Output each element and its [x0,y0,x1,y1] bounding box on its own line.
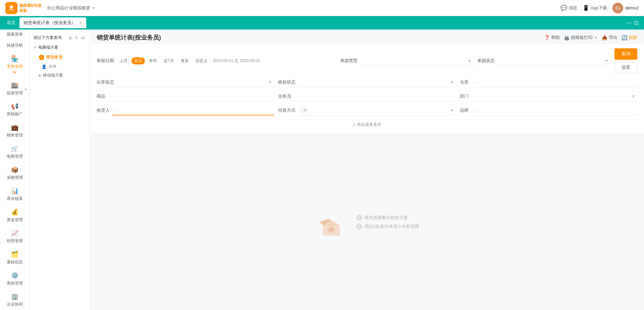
sidebar-item-sales[interactable]: 💼 销售管理 [0,120,29,142]
query-button[interactable]: 查询 [614,48,637,60]
date-tab-this-year[interactable]: 本年 [146,57,160,64]
wholesale-icon: 🏬 [11,82,18,89]
help-button[interactable]: ❓ 帮助 [544,35,560,41]
print-icon: 🖨️ [564,35,570,40]
window-minimize-button[interactable]: — [626,20,632,26]
sidebar-item-wholesale[interactable]: 🏬 批发管理 [0,78,29,99]
brand-input[interactable]: ··· [471,105,637,115]
quick-nav-button[interactable]: 快捷导航 [0,41,29,50]
sidebar-item-finance[interactable]: 💰 资金管理 [0,205,29,226]
sidebar-item-marketing[interactable]: 📢 营销推广 [0,99,29,120]
chevron-down-icon: ▼ [605,59,608,63]
system-icon: ⚙️ [11,272,18,279]
sidebar-item-basic[interactable]: 🗂️ 基础信息 [0,247,29,268]
workspace-selector[interactable]: 办公用品行业模拟账套 ▼ [44,4,98,12]
collapse-scheme-button[interactable]: ≪ [80,35,86,41]
sidebar-item-enterprise[interactable]: 🏢 企业协同 [0,290,29,310]
desktop-section[interactable]: ▼ 电脑端方案 [30,43,90,52]
inventory-icon: 📊 [11,187,18,195]
date-range-text: 2023-03-01 至 2023-03-31 [213,58,260,64]
product-input[interactable]: ··· [108,91,274,101]
sidebar-item-purchase[interactable]: 📦 采购管理 [0,163,29,184]
sidebar-item-retail[interactable]: 🏪 零售管理 [0,52,29,78]
filter-header: 按以下方案查询 ⊕ ✎ ≪ [30,33,90,43]
mobile-section[interactable]: ▶ 移动端方案 [30,71,90,80]
date-tab-7days[interactable]: 近7天 [161,57,177,64]
avatar: Ea [612,3,623,13]
mobile-icon: 📱 [583,5,589,11]
filter-item-by-bill[interactable]: 👤 按单 [30,62,90,71]
export-button[interactable]: 📤 导出 [602,35,618,41]
print-button[interactable]: 🖨️ 按模板打印 ▼ [564,35,598,41]
logo-text: 畅捷通好生意 标版 [19,3,42,13]
tip-number-1: 1 [356,215,362,221]
sidebar-item-system[interactable]: ⚙️ 系统管理 [0,268,29,290]
filter-row-4: 收货人 ··· 结算方式 ✕ ▼ [97,105,637,115]
date-tab-this-month[interactable]: 本月 [131,57,145,64]
receiver-field: 收货人 ··· [97,105,274,115]
refresh-button[interactable]: 🔄 刷新 [622,35,637,41]
date-tab-last-month[interactable]: 上月 [117,57,130,64]
setting-button[interactable]: 设置 [614,62,637,73]
filter-item-by-salesperson[interactable]: ✓ 按业务员 [30,52,90,62]
user-profile-button[interactable]: Ea demo2 [612,3,639,13]
empty-tips: 1 请先选择要分析的方案 2 用[过滤]条件来缩小分析范围 [356,215,419,229]
add-scheme-button[interactable]: ⊕ [68,35,72,41]
date-tab-more[interactable]: 更多 [178,57,192,64]
sidebar-item-ecommerce[interactable]: 🛒 电商管理 [0,142,29,163]
settlement-tag-close[interactable]: ✕ [303,108,307,113]
filter-header-icons: ⊕ ✎ ≪ [68,35,86,41]
tab-home[interactable]: 首页 [3,17,19,28]
app-download-button[interactable]: 📱 App下载 [583,5,607,11]
salesperson-input[interactable]: ··· [294,91,455,101]
page-header: 销货单统计表(按业务员) ❓ 帮助 🖨️ 按模板打印 ▼ 📤 导出 [90,30,644,44]
out-status-dropdown[interactable]: ▼ [117,77,274,87]
operation-icon: 📈 [11,229,18,237]
header-actions: ❓ 帮助 🖨️ 按模板打印 ▼ 📤 导出 🔄 刷新 [544,35,637,41]
marketing-icon: 📢 [11,103,18,110]
tab-close-icon[interactable]: ✕ [79,21,82,25]
date-tab-custom[interactable]: 自定义 [193,57,210,64]
retail-icon: 🏪 [11,55,18,62]
sales-icon: 💼 [11,124,18,131]
sub-icon: 👤 [42,64,47,69]
warehouse-input[interactable]: ··· [471,77,637,87]
tab-bar: 首页 销货单统计表（按业务员） ✕ — ⊡ [0,16,644,30]
bill-status-dropdown[interactable]: ▼ [497,56,610,66]
message-button[interactable]: 💬 消息 [560,5,577,11]
edit-scheme-button[interactable]: ✎ [74,35,78,41]
refresh-icon: 🔄 [622,35,627,40]
tab-sales-report[interactable]: 销货单统计表（按业务员） ✕ [19,17,86,28]
settlement-dropdown[interactable]: ✕ ▼ [298,105,455,115]
svg-text:✦: ✦ [320,217,322,221]
main-layout: 搜索菜单 快捷导航 🏪 零售管理 🏬 批发管理 📢 营销推广 💼 销售管理 🛒 … [0,30,644,310]
brand-field: 品牌 ··· [460,105,637,115]
chevron-down-icon: ▼ [632,94,635,98]
purchase-icon: 📦 [11,166,18,173]
collapse-button[interactable]: ∧ 收起更多条件 [97,119,637,130]
department-dropdown[interactable]: ▼ [471,91,637,101]
svg-text:✦: ✦ [341,225,344,228]
product-field: 商品 ··· [97,91,274,101]
receiver-input[interactable]: ··· [112,105,274,115]
sidebar-item-inventory[interactable]: 📊 库存核算 [0,184,29,205]
warehouse-field: 仓库 ··· [460,77,637,87]
empty-tip-2: 2 用[过滤]条件来缩小分析范围 [356,223,419,229]
empty-illustration: :( ✦ ✦ ✦ [315,205,348,239]
print-dropdown-icon[interactable]: ▼ [594,36,598,40]
export-icon: 📤 [602,35,607,40]
content-panel: 按以下方案查询 ⊕ ✎ ≪ ▼ 电脑端方案 ✓ 按业务员 👤 按单 ▶ [30,30,644,310]
payment-status-field: 收款状态 ▼ [278,77,455,87]
tip-number-2: 2 [356,223,362,229]
search-menu-button[interactable]: 搜索菜单 [0,30,29,39]
message-icon: 💬 [560,5,567,11]
bill-type-dropdown[interactable]: ▼ [360,56,473,66]
out-status-field: 出库状态 ▼ [97,77,274,87]
chevron-down-icon: ▼ [268,80,272,84]
window-maximize-button[interactable]: ⊡ [634,20,639,26]
salesperson-field: 业务员 ··· [278,91,455,101]
filter-row-2: 出库状态 ▼ 收款状态 ▼ 仓库 [97,77,637,87]
department-field: 部门 ▼ [460,91,637,101]
payment-status-dropdown[interactable]: ▼ [298,77,455,87]
sidebar-item-operation[interactable]: 📈 经营管理 [0,226,29,247]
